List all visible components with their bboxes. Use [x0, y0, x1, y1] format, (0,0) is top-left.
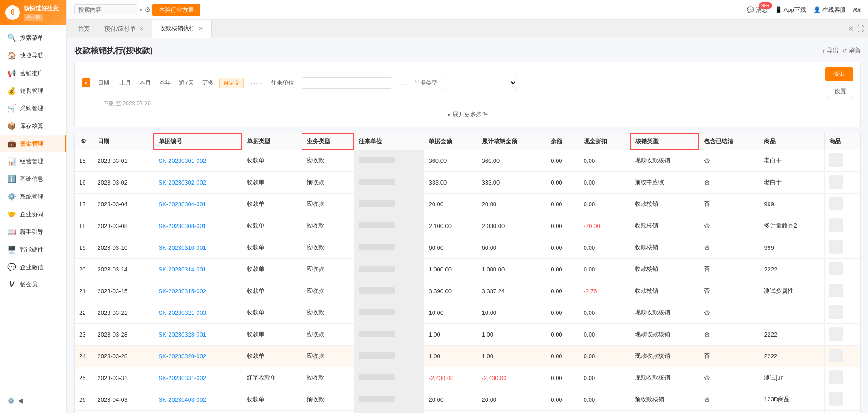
row-index: 24	[75, 345, 93, 367]
tab-home-label: 首页	[78, 25, 90, 33]
row-goods1: 老白干	[760, 150, 825, 171]
query-button[interactable]: 查询	[825, 67, 853, 81]
row-biztype: 应收款	[302, 367, 354, 389]
sidebar-item-system[interactable]: ⚙️系统管理	[0, 188, 66, 205]
row-amount: 333.00	[424, 171, 477, 193]
row-docno-link[interactable]: SK-20230308-001	[159, 223, 207, 229]
tab-collection-close[interactable]: ✕	[198, 24, 204, 33]
col-docno: 单据编号	[154, 133, 242, 150]
row-docno-link[interactable]: SK-20230331-002	[159, 375, 207, 381]
logo-icon: 6	[5, 5, 20, 20]
sidebar-item-finance[interactable]: 💼资金管理	[0, 135, 66, 152]
topbar-chevron-icon[interactable]: ▾	[139, 6, 142, 13]
row-docno: SK-20230315-002	[154, 280, 242, 302]
row-cash-discount: 0.00	[579, 345, 630, 367]
row-biztype: 应收款	[302, 150, 354, 171]
sidebar-item-quicknav[interactable]: 🏠快捷导航	[0, 47, 66, 64]
row-include-settled: 否	[699, 302, 759, 323]
sidebar-item-member[interactable]: V畅会员	[0, 276, 66, 293]
row-include-settled: 否	[699, 237, 759, 258]
row-goods1	[760, 302, 825, 323]
sidebar-item-guide[interactable]: 📖新手引导	[0, 223, 66, 241]
collab-icon: 🤝	[7, 210, 16, 218]
sidebar-item-inventory[interactable]: 📦库存核算	[0, 117, 66, 135]
filter-settings-button[interactable]: 设置	[828, 85, 853, 98]
row-docno-link[interactable]: SK-20230403-002	[159, 396, 207, 403]
sidebar-item-wechat[interactable]: 💬企业微信	[0, 258, 66, 276]
col-balance: 余额	[546, 133, 579, 150]
row-goods2	[825, 389, 860, 410]
row-balance: 0.00	[546, 150, 579, 171]
online-service-link[interactable]: 👤 在线客服	[813, 6, 846, 14]
tab-payable-close[interactable]: ✕	[138, 25, 145, 33]
inventory-icon: 📦	[7, 122, 16, 130]
service-icon: 👤	[813, 6, 821, 13]
date-7days[interactable]: 近7天	[176, 78, 197, 88]
doctype-filter-select[interactable]	[445, 77, 517, 89]
row-total-cancel: 1,000.00	[477, 258, 546, 280]
row-include-settled: 否	[699, 193, 759, 215]
topbar: ▾ ⚙ 体验行业方案 💬 消息 99+ 📱 App下载 👤 在线客服 Rit	[67, 0, 868, 20]
solution-button[interactable]: 体验行业方案	[152, 4, 200, 16]
sidebar-item-search[interactable]: 🔍搜索菜单	[0, 29, 66, 47]
sidebar-item-operation[interactable]: 📊经营管理	[0, 152, 66, 170]
row-docno-link[interactable]: SK-20230302-002	[159, 179, 207, 186]
filter-collapse-button[interactable]: »	[82, 78, 90, 87]
sidebar-item-label: 营销推广	[20, 69, 43, 77]
expand-filter-button[interactable]: ▾ 展开更多条件	[82, 108, 853, 121]
row-docno-link[interactable]: SK-20230321-003	[159, 309, 207, 316]
date-custom-button[interactable]: 自定义	[219, 78, 244, 88]
row-docno-link[interactable]: SK-20230328-002	[159, 353, 207, 360]
table-row: 262023-04-03SK-20230403-002收款单预收款20.0020…	[75, 389, 860, 410]
app-download-link[interactable]: 📱 App下载	[775, 6, 806, 14]
refresh-button[interactable]: ↺ 刷新	[842, 47, 861, 55]
date-this-month[interactable]: 本月	[137, 78, 154, 88]
row-cash-discount: 0.00	[579, 171, 630, 193]
row-docno-link[interactable]: SK-20230314-001	[159, 266, 207, 273]
tab-home[interactable]: 首页	[71, 20, 97, 38]
date-last-month[interactable]: 上月	[117, 78, 134, 88]
sidebar-item-hardware[interactable]: 🖥️智能硬件	[0, 241, 66, 258]
date-more[interactable]: 更多	[199, 78, 217, 88]
sidebar-item-sales[interactable]: 💰销售管理	[0, 82, 66, 100]
tab-close-all-icon[interactable]: ✕	[848, 24, 854, 33]
sidebar-item-collab[interactable]: 🤝企业协同	[0, 205, 66, 223]
topbar-gear-icon[interactable]: ⚙	[144, 5, 151, 14]
col-date: 日期	[93, 133, 154, 150]
row-include-settled: 否	[699, 410, 759, 413]
row-biztype: 应收款	[302, 193, 354, 215]
row-cash-discount: 0.00	[579, 367, 630, 389]
row-docno-link[interactable]: SK-20230301-002	[159, 157, 207, 164]
tab-maximize-icon[interactable]: ⛶	[857, 25, 864, 33]
topbar-search-input[interactable]	[74, 4, 137, 15]
row-docno-link[interactable]: SK-20230315-002	[159, 288, 207, 294]
table-row: 152023-03-01SK-20230301-002收款单应收款360.003…	[75, 150, 860, 171]
row-goods1: 999	[760, 193, 825, 215]
row-docno-link[interactable]: SK-20230310-001	[159, 244, 207, 251]
row-doctype: 收款单	[242, 280, 302, 302]
sidebar-item-label: 智能硬件	[20, 246, 43, 254]
filter-row-main: » 日期 上月 本月 本年 近7天 更多 自定义 ····· 往来单位 ... …	[82, 67, 853, 98]
sidebar-item-label: 采购管理	[20, 104, 43, 113]
system-icon: ⚙️	[7, 192, 16, 201]
row-docno-link[interactable]: SK-20230304-001	[159, 201, 207, 208]
sidebar-settings[interactable]: ⚙️◀	[0, 394, 66, 408]
partner-ellipsis[interactable]: ...	[399, 80, 407, 86]
sidebar-item-basic[interactable]: ℹ️基础信息	[0, 170, 66, 188]
col-gear[interactable]: ⚙	[75, 133, 93, 150]
row-docno-link[interactable]: SK-20230328-001	[159, 331, 207, 338]
message-button[interactable]: 💬 消息 99+	[747, 6, 768, 14]
row-docno: SK-20230331-002	[154, 367, 242, 389]
partner-filter-input[interactable]	[302, 77, 392, 89]
row-cash-discount: 0.00	[579, 237, 630, 258]
tab-payable[interactable]: 预付/应付单 ✕	[97, 20, 152, 38]
tab-collection[interactable]: 收款核销执行 ✕	[152, 20, 212, 38]
sidebar-item-purchase[interactable]: 🛒采购管理	[0, 100, 66, 117]
export-button[interactable]: ↑ 导出	[822, 47, 839, 55]
row-total-cancel: 360.00	[477, 150, 546, 171]
date-this-year[interactable]: 本年	[156, 78, 174, 88]
user-info[interactable]: Rit	[853, 6, 861, 13]
row-goods1: 2222	[760, 258, 825, 280]
row-index: 17	[75, 193, 93, 215]
sidebar-item-marketing[interactable]: 📢营销推广	[0, 64, 66, 82]
